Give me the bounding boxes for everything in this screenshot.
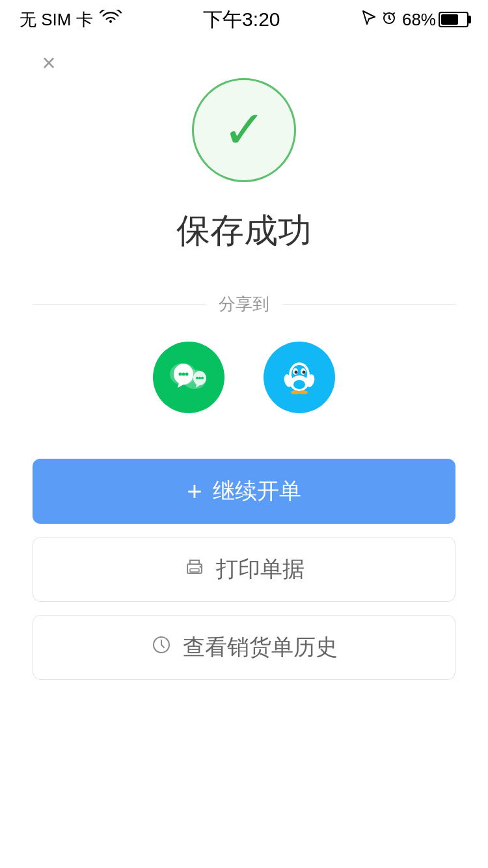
battery-icon [439,12,468,27]
history-icon [150,634,172,661]
location-icon [362,10,376,30]
view-history-button[interactable]: 查看销货单历史 [33,615,455,680]
svg-point-6 [196,377,198,379]
svg-point-4 [182,373,185,376]
history-label: 查看销货单历史 [183,632,338,662]
status-time: 下午3:20 [203,7,280,33]
share-label: 分享到 [206,293,282,316]
svg-point-23 [200,566,202,568]
success-title: 保存成功 [176,208,312,254]
action-buttons: + 继续开单 打印单据 查看销货单历史 [0,459,488,680]
svg-point-3 [179,373,182,376]
battery-percentage: 68% [402,10,436,30]
divider-left [33,304,206,305]
close-icon: × [42,51,55,75]
qq-share-button[interactable] [264,342,335,413]
success-circle: ✓ [192,78,296,182]
svg-point-17 [291,390,300,394]
plus-icon: + [187,478,202,504]
svg-point-16 [293,380,305,389]
battery-container: 68% [402,10,468,30]
continue-order-button[interactable]: + 继续开单 [33,459,455,524]
svg-point-13 [295,371,298,374]
svg-rect-22 [190,569,199,572]
print-receipt-button[interactable]: 打印单据 [33,537,455,602]
share-divider: 分享到 [0,293,488,316]
alarm-icon [381,10,397,30]
status-left: 无 SIM 卡 [20,8,122,31]
svg-point-5 [185,373,189,376]
no-sim-text: 无 SIM 卡 [20,8,93,31]
main-content: ✓ 保存成功 分享到 [0,39,488,680]
svg-point-8 [201,377,204,379]
close-button[interactable]: × [33,47,65,79]
battery-fill [441,14,458,25]
wifi-icon [100,10,122,30]
continue-order-label: 继续开单 [213,476,301,506]
divider-right [282,304,455,305]
status-bar: 无 SIM 卡 下午3:20 68% [0,0,488,39]
svg-point-14 [303,371,306,374]
share-icons-row [153,342,335,413]
checkmark-icon: ✓ [223,104,266,156]
print-label: 打印单据 [216,554,305,584]
status-right: 68% [362,10,468,30]
svg-point-7 [198,377,201,379]
wechat-share-button[interactable] [153,342,224,413]
svg-point-18 [299,390,308,394]
printer-icon [183,556,206,583]
